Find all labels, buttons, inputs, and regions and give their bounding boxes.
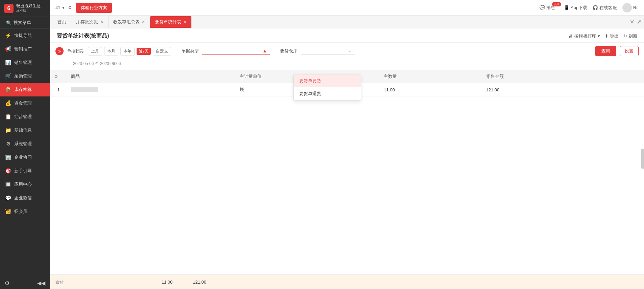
tabs-bar: 首页 库存批次账 ✕ 收发存汇总表 ✕ 要货单统计表 ✕ ✕ ⤢	[50, 16, 644, 28]
row-amount: 121.00	[482, 83, 605, 96]
messages-badge: 99+	[552, 2, 561, 6]
sidebar-item-label: 资金管理	[14, 100, 32, 106]
filter-expand-btn[interactable]: »	[55, 47, 64, 55]
tab-inventory-batch[interactable]: 库存批次账 ✕	[71, 16, 109, 28]
product-placeholder	[71, 87, 98, 92]
date-btn-last-7[interactable]: 近7天	[137, 48, 151, 55]
warehouse-select[interactable]: ···	[301, 47, 355, 55]
sidebar-item-finance[interactable]: 💰 资金管理	[0, 96, 50, 110]
sidebar-item-purchase[interactable]: 🛒 采购管理	[0, 69, 50, 83]
message-icon: 💬	[540, 5, 545, 10]
sidebar-nav: ⚡ 快捷导航 📢 营销推广 📊 销售管理 🛒 采购管理 📦 库存核算 💰 资金管…	[0, 29, 50, 277]
date-btn-prev-month[interactable]: 上月	[88, 47, 102, 55]
sidebar-item-label: 快捷导航	[14, 32, 32, 39]
type-select[interactable]: ▲	[202, 47, 270, 55]
more-icon[interactable]: ···	[348, 48, 351, 53]
sidebar-item-basic-info[interactable]: 📁 基础信息	[0, 124, 50, 137]
tab-order-stats[interactable]: 要货单统计表 ✕	[150, 16, 192, 28]
sidebar-item-label: 新手引导	[14, 168, 32, 174]
username: Rit	[633, 5, 639, 10]
tab-inventory-batch-close[interactable]: ✕	[100, 20, 103, 24]
tab-receive-summary-close[interactable]: ✕	[142, 20, 145, 24]
export-button[interactable]: ⬇ 导出	[605, 33, 619, 39]
system-icon: ⚙	[5, 140, 11, 147]
date-btn-this-year[interactable]: 本年	[120, 47, 135, 55]
sidebar-item-inventory[interactable]: 📦 库存核算	[0, 83, 50, 96]
tab-receive-summary-label: 收发存汇总表	[113, 19, 140, 25]
user-profile[interactable]: Rit	[622, 3, 639, 13]
page-title: 要货单统计表(按商品)	[57, 32, 109, 40]
sidebar-item-label: 经营管理	[14, 114, 32, 120]
chevron-up-icon[interactable]: ▲	[262, 48, 267, 53]
workspace-selector[interactable]: 41 ▾ ⚙	[55, 5, 72, 10]
sidebar-item-system[interactable]: ⚙ 系统管理	[0, 137, 50, 151]
app-download-button[interactable]: 📱 App下载	[564, 5, 587, 11]
sidebar-item-app-center[interactable]: 🔲 应用中心	[0, 178, 50, 191]
sidebar-item-label: 库存核算	[14, 87, 32, 93]
chevron-down-icon: ▾	[598, 34, 600, 39]
tab-home-label: 首页	[57, 19, 66, 25]
sidebar-item-marketing[interactable]: 📢 营销推广	[0, 42, 50, 56]
gear-icon[interactable]: ⚙	[68, 5, 72, 10]
app-name: 畅捷通好生意	[16, 3, 41, 9]
export-icon: ⬇	[605, 34, 609, 39]
app-download-label: App下载	[571, 5, 587, 11]
page-header: 要货单统计表(按商品) 🖨 按模板打印 ▾ ⬇ 导出 ↻ 刷新	[50, 28, 644, 43]
sidebar-item-enterprise[interactable]: 🏢 企业协同	[0, 151, 50, 164]
date-range-display: 2023-05-06 至 2023-06-06	[55, 60, 639, 70]
sidebar: 6 畅捷通好生意 标准版 🔍 搜索菜单 ⚡ 快捷导航 📢 营销推广 📊 销售管理…	[0, 0, 50, 289]
search-icon: 🔍	[6, 20, 11, 25]
collapse-icon[interactable]: ◀◀	[37, 280, 45, 286]
right-scroll-handle[interactable]	[641, 149, 644, 169]
finance-icon: 💰	[5, 100, 11, 107]
newbie-icon: 🎯	[5, 168, 11, 174]
sidebar-item-vip[interactable]: 👑 畅会员	[0, 205, 50, 218]
settings-button[interactable]: 设置	[620, 46, 639, 56]
refresh-button[interactable]: ↻ 刷新	[623, 33, 637, 39]
sidebar-item-operations[interactable]: 📋 经营管理	[0, 110, 50, 124]
row-product	[67, 83, 236, 96]
marketing-icon: 📢	[5, 46, 11, 52]
sidebar-item-quick-nav[interactable]: ⚡ 快捷导航	[0, 29, 50, 42]
sidebar-item-label: 系统管理	[14, 141, 32, 147]
dropdown-item-order-order[interactable]: 要货单要货	[294, 74, 361, 87]
tabs-window-btns: ✕ ⤢	[630, 19, 641, 25]
messages-button[interactable]: 💬 消息 99+	[540, 5, 558, 11]
topbar: 41 ▾ ⚙ 体验行业方案 💬 消息 99+ 📱 App下载 🎧 在线客服	[50, 0, 644, 16]
operations-icon: 📋	[5, 113, 11, 120]
tab-home[interactable]: 首页	[53, 16, 71, 28]
minimize-icon[interactable]: ✕	[630, 19, 634, 25]
footer-amount: 121.00	[193, 280, 207, 285]
search-menu[interactable]: 🔍 搜索菜单	[0, 17, 50, 29]
basic-info-icon: 📁	[5, 127, 11, 134]
sidebar-item-wechat[interactable]: 💬 企业微信	[0, 191, 50, 205]
date-btn-this-month[interactable]: 本月	[104, 47, 118, 55]
settings-icon[interactable]: ⚙	[5, 280, 9, 286]
date-label: 单据日期	[67, 48, 85, 54]
content-area: 要货单统计表(按商品) 🖨 按模板打印 ▾ ⬇ 导出 ↻ 刷新	[50, 28, 644, 289]
table-settings-icon[interactable]: ⚙	[54, 74, 58, 79]
vip-icon: 👑	[5, 208, 11, 215]
query-button[interactable]: 查询	[595, 46, 616, 56]
promo-button[interactable]: 体验行业方案	[76, 3, 112, 13]
avatar	[622, 3, 632, 13]
sidebar-item-sales[interactable]: 📊 销售管理	[0, 56, 50, 69]
inventory-icon: 📦	[5, 86, 11, 93]
mobile-icon: 📱	[564, 5, 569, 10]
print-button[interactable]: 🖨 按模板打印 ▾	[569, 33, 600, 39]
enterprise-icon: 🏢	[5, 154, 11, 161]
online-service-button[interactable]: 🎧 在线客服	[593, 5, 617, 11]
date-btn-custom[interactable]: 自定义	[153, 47, 171, 55]
sidebar-item-label: 销售管理	[14, 60, 32, 66]
warehouse-input[interactable]	[304, 48, 348, 53]
tab-order-stats-close[interactable]: ✕	[183, 20, 187, 24]
maximize-icon[interactable]: ⤢	[637, 19, 641, 25]
topbar-left: 41 ▾ ⚙ 体验行业方案	[55, 3, 112, 13]
wechat-icon: 💬	[5, 195, 11, 201]
dropdown-item-order-return[interactable]: 要货单退货	[294, 87, 361, 100]
type-input[interactable]	[205, 48, 262, 53]
tab-receive-summary[interactable]: 收发存汇总表 ✕	[109, 16, 150, 28]
chevron-down-icon: ▾	[62, 5, 65, 10]
sidebar-item-newbie[interactable]: 🎯 新手引导	[0, 164, 50, 178]
sidebar-bottom: ⚙ ◀◀	[0, 277, 50, 289]
